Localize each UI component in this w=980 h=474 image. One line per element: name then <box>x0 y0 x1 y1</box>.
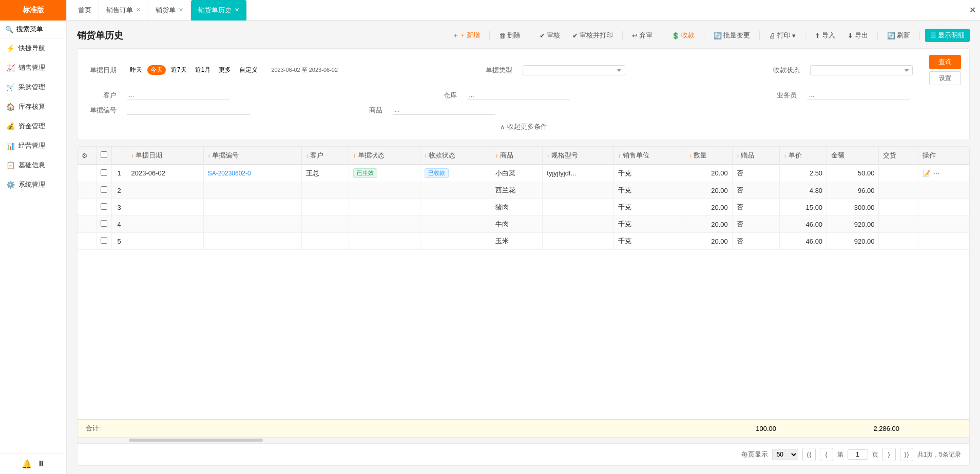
refresh-button[interactable]: 🔄 刷新 <box>883 29 914 42</box>
print-button[interactable]: 🖨 打印 ▾ <box>765 29 800 42</box>
td-unit: 千克 <box>613 216 685 233</box>
td-product: 小白菜 <box>491 165 543 182</box>
tab-sales-history[interactable]: 销货单历史 ✕ <box>191 0 247 21</box>
query-button[interactable]: 查询 <box>929 55 961 69</box>
collect-button[interactable]: 💲 收款 <box>667 29 699 42</box>
next-page-button[interactable]: ⟩ <box>882 448 896 461</box>
add-button[interactable]: ＋ + 新增 <box>448 29 484 42</box>
edit-link[interactable]: 📝 <box>923 170 930 177</box>
date-chip-7days[interactable]: 近7天 <box>168 65 190 75</box>
last-page-button[interactable]: ⟩⟩ <box>900 448 913 461</box>
sidebar-item-basic-info[interactable]: 📋 基础信息 <box>0 155 66 175</box>
batch-change-button[interactable]: 🔄 批量变更 <box>709 29 754 42</box>
footer-total-qty: 100.00 <box>745 425 776 432</box>
export-button[interactable]: ⬇ 导出 <box>843 29 872 42</box>
row-checkbox[interactable] <box>101 203 107 210</box>
divider2 <box>530 31 530 40</box>
td-doc-date <box>127 199 203 216</box>
abandon-button[interactable]: ↩ 弃审 <box>628 29 657 42</box>
td-qty: 20.00 <box>685 233 732 250</box>
more-link[interactable]: ⋯ <box>933 170 939 177</box>
page-size-select[interactable]: 50 100 200 <box>772 449 798 460</box>
date-range: 昨天 今天 近7天 近1月 更多 自定义 <box>127 65 261 75</box>
td-pay-status <box>420 182 491 199</box>
abandon-label: 弃审 <box>639 31 652 40</box>
collapse-filter-button[interactable]: ∧ 收起更多条件 <box>498 120 549 133</box>
system-mgmt-icon: ⚙️ <box>6 181 14 189</box>
doc-no-link[interactable]: SA-20230602-0 <box>208 170 251 177</box>
sidebar-item-sales-mgmt[interactable]: 📈 销售管理 <box>0 58 66 77</box>
td-customer <box>301 199 349 216</box>
import-button[interactable]: ⬆ 导入 <box>811 29 839 42</box>
select-all-checkbox[interactable] <box>101 151 107 158</box>
page-number-input[interactable] <box>848 449 868 460</box>
th-gear[interactable]: ⚙ <box>78 147 96 165</box>
th-doc-status[interactable]: ↕ 单据状态 <box>349 147 420 165</box>
th-spec[interactable]: ↕ 规格型号 <box>543 147 614 165</box>
warehouse-input[interactable] <box>467 90 570 100</box>
pay-status-select[interactable] <box>810 65 913 75</box>
th-qty[interactable]: ↕ 数量 <box>685 147 732 165</box>
sidebar-item-quick-nav[interactable]: ⚡ 快捷导航 <box>0 38 66 58</box>
date-shortcuts: 昨天 今天 近7天 近1月 更多 自定义 <box>127 65 261 75</box>
review-button[interactable]: ✔ 审核 <box>535 29 564 42</box>
refresh-icon: 🔄 <box>887 32 895 40</box>
date-chip-1month[interactable]: 近1月 <box>192 65 214 75</box>
prev-page-button[interactable]: ⟨ <box>820 448 833 461</box>
sidebar-item-system-mgmt[interactable]: ⚙️ 系统管理 <box>0 175 66 194</box>
date-chip-today[interactable]: 今天 <box>147 65 166 75</box>
th-product[interactable]: ↕ 商品 <box>491 147 543 165</box>
doc-type-select[interactable] <box>523 65 625 75</box>
th-unit-price[interactable]: ↕ 单价 <box>779 147 827 165</box>
table-row: 5玉米千克20.00否46.00920.00 <box>78 233 969 250</box>
th-gift[interactable]: ↕ 赠品 <box>732 147 779 165</box>
td-amount: 50.00 <box>827 165 879 182</box>
date-chip-more[interactable]: 更多 <box>216 65 234 75</box>
td-customer <box>301 233 349 250</box>
sidebar-search[interactable]: 🔍 搜索菜单 <box>0 21 66 38</box>
td-unit: 千克 <box>613 182 685 199</box>
date-chip-yesterday[interactable]: 昨天 <box>127 65 145 75</box>
import-label: 导入 <box>822 31 835 40</box>
tab-bar-end: ✕ <box>969 5 976 15</box>
row-checkbox[interactable] <box>101 186 107 193</box>
delete-button[interactable]: 🗑 删除 <box>495 29 525 42</box>
th-doc-date[interactable]: ↕ 单据日期 <box>127 147 203 165</box>
doc-no-input[interactable] <box>127 105 250 115</box>
tab-home[interactable]: 首页 <box>71 0 99 21</box>
td-qty: 20.00 <box>685 216 732 233</box>
close-all-tabs-btn[interactable]: ✕ <box>969 5 976 15</box>
tab-sales-delivery[interactable]: 销货单 ✕ <box>148 0 191 21</box>
th-pay-status[interactable]: ↕ 收款状态 <box>420 147 491 165</box>
product-input[interactable] <box>393 105 495 115</box>
th-customer[interactable]: ↕ 客户 <box>301 147 349 165</box>
sidebar-item-finance[interactable]: 💰 资金管理 <box>0 116 66 136</box>
td-gift: 否 <box>732 216 779 233</box>
date-chip-custom[interactable]: 自定义 <box>236 65 261 75</box>
tab-sales-history-close[interactable]: ✕ <box>235 7 239 13</box>
row-checkbox[interactable] <box>101 169 107 176</box>
customer-input[interactable] <box>127 90 229 100</box>
pay-status-select-wrap <box>810 65 913 75</box>
first-page-button[interactable]: ⟨⟨ <box>802 448 816 461</box>
th-amount[interactable]: 金额 <box>827 147 879 165</box>
th-doc-no[interactable]: ↕ 单据编号 <box>203 147 301 165</box>
sort-icon: ↕ <box>425 153 427 159</box>
tab-sales-order-close[interactable]: ✕ <box>136 7 141 13</box>
show-detail-button[interactable]: ☰ 显示明细 <box>925 29 970 42</box>
td-doc-no <box>203 182 301 199</box>
sidebar-item-operations[interactable]: 📊 经营管理 <box>0 136 66 155</box>
sidebar-item-inventory[interactable]: 🏠 库存核算 <box>0 97 66 116</box>
tab-sales-delivery-close[interactable]: ✕ <box>179 7 183 13</box>
staff-input[interactable] <box>807 90 910 100</box>
th-unit[interactable]: ↕ 销售单位 <box>613 147 685 165</box>
sidebar-item-purchase-mgmt[interactable]: 🛒 采购管理 <box>0 77 66 97</box>
sidebar-footer-icon1[interactable]: 🔔 <box>22 459 32 469</box>
review-print-button[interactable]: ✔ 审核并打印 <box>568 29 617 42</box>
row-checkbox[interactable] <box>101 220 107 227</box>
tab-sales-order[interactable]: 销售订单 ✕ <box>99 0 148 21</box>
row-checkbox[interactable] <box>101 237 107 244</box>
sidebar-footer-icon2[interactable]: ⏸ <box>37 459 45 469</box>
settings-button[interactable]: 设置 <box>929 71 961 85</box>
td-doc-status <box>349 216 420 233</box>
